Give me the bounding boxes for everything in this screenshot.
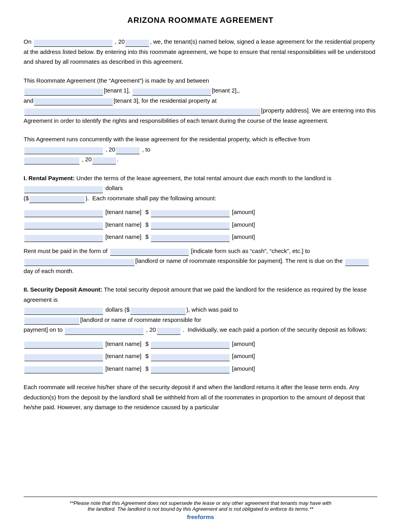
tenant1-label: [tenant 1], — [104, 87, 130, 94]
rental-payment-table: [tenant name] $ [amount] [tenant name] $… — [24, 207, 377, 242]
deposit-amount3-field[interactable] — [151, 366, 230, 373]
year-suffix-1: , 20 — [115, 38, 125, 45]
section1-heading: I. Rental Payment: — [24, 175, 75, 181]
deposit-payment-date-field[interactable] — [65, 328, 143, 335]
paragraph-3: This Agreement runs concurrently with th… — [24, 134, 377, 164]
para3-year1: , 20 — [105, 146, 115, 153]
section1-dollar-sign: ($ — [24, 195, 29, 201]
rental-amount1-label: [amount] — [232, 207, 255, 217]
tenant2-label: [tenant 2],, — [212, 87, 240, 94]
property-field[interactable] — [24, 109, 260, 116]
deposit-row-3-name: [tenant name] — [24, 364, 142, 374]
section2-year: , 20 — [146, 326, 156, 333]
rental-row-1-amount: $ [amount] — [145, 207, 255, 217]
date-field-1[interactable] — [34, 40, 112, 47]
rental-amount1-field[interactable] — [151, 210, 230, 217]
rental-row-2-amount: $ [amount] — [145, 220, 255, 230]
rental-tenant1-name-field[interactable] — [24, 210, 103, 217]
section2-landlord: [landlord or name of roommate responsibl… — [80, 316, 201, 323]
rental-row-1-name: [tenant name] — [24, 207, 142, 217]
document-title: ARIZONA ROOMMATE AGREEMENT — [24, 16, 377, 25]
rental-amount2-label: [amount] — [232, 220, 255, 230]
deposit-row-1-amount: $ [amount] — [145, 339, 255, 349]
para2-intro: This Roommate Agreement (the “Agreement”… — [24, 77, 209, 84]
payment-form-field[interactable] — [110, 249, 189, 256]
section1-text1: Under the terms of the lease agreement, … — [76, 175, 331, 181]
deposit-tenant1-label: [tenant name] — [105, 339, 142, 349]
due-day-field[interactable] — [345, 259, 369, 266]
rental-tenant1-label: [tenant name] — [105, 207, 142, 217]
rental-dollar-1: $ — [145, 207, 149, 217]
tenant3-field[interactable] — [34, 98, 113, 105]
rental-tenant3-label: [tenant name] — [105, 232, 142, 242]
deposit-tenant2-name-field[interactable] — [24, 354, 103, 361]
deposit-row-1-name: [tenant name] — [24, 339, 142, 349]
rental-tenant2-label: [tenant name] — [105, 220, 142, 230]
section1-text2: ). Each roommate shall pay the following… — [85, 195, 216, 201]
tenant1-field[interactable] — [24, 89, 103, 96]
section2-text2: ), which was paid to — [186, 306, 238, 313]
deposit-tenant3-name-field[interactable] — [24, 366, 103, 373]
section-security-deposit: II. Security Deposit Amount: The total s… — [24, 284, 377, 373]
security-deposit-table: [tenant name] $ [amount] [tenant name] $… — [24, 339, 377, 374]
footer-line1: **Please note that this Agreement does n… — [24, 500, 377, 506]
section-rental-payment: I. Rental Payment: Under the terms of th… — [24, 173, 377, 276]
table-row: [tenant name] $ [amount] — [24, 364, 377, 374]
deposit-dollar-3: $ — [145, 364, 149, 374]
deposit-row-3-amount: $ [amount] — [145, 364, 255, 374]
year3-field-1[interactable] — [116, 147, 140, 154]
landlord-name-field[interactable] — [24, 259, 134, 266]
deposit-tenant2-label: [tenant name] — [105, 351, 142, 361]
section1-dollars: dollars — [105, 185, 123, 191]
rental-row-3-amount: $ [amount] — [145, 232, 255, 242]
para3-period: . — [117, 156, 118, 163]
end-date-field[interactable] — [24, 157, 79, 164]
year3-field-2[interactable] — [92, 157, 116, 164]
section1-indicate: [indicate form such as “cash”, “check”, … — [191, 248, 310, 254]
rental-amount2-field[interactable] — [151, 222, 230, 229]
rental-amount3-label: [amount] — [232, 232, 255, 242]
table-row: [tenant name] $ [amount] — [24, 351, 377, 361]
deposit-row-2-amount: $ [amount] — [145, 351, 255, 361]
table-row: [tenant name] $ [amount] — [24, 220, 377, 230]
section2-dollars: dollars ($ — [105, 306, 130, 313]
deposit-amount1-label: [amount] — [232, 339, 255, 349]
deposit-row-2-name: [tenant name] — [24, 351, 142, 361]
deposit-amount1-field[interactable] — [151, 342, 230, 349]
brand-label: freeforms — [24, 514, 377, 520]
section2-text3: . Individually, we each paid a portion o… — [183, 326, 367, 333]
deposit-year-field[interactable] — [157, 328, 180, 335]
deposit-landlord-field[interactable] — [24, 318, 79, 325]
rental-row-2-name: [tenant name] — [24, 220, 142, 230]
and-label: and — [24, 97, 33, 104]
rental-dollar-3: $ — [145, 232, 149, 242]
table-row: [tenant name] $ [amount] — [24, 232, 377, 242]
deposit-amount2-field[interactable] — [151, 354, 230, 361]
tenant2-field[interactable] — [132, 89, 211, 96]
effective-date-field[interactable] — [24, 147, 103, 154]
rental-row-3-name: [tenant name] — [24, 232, 142, 242]
table-row: [tenant name] $ [amount] — [24, 207, 377, 217]
footer: **Please note that this Agreement does n… — [24, 497, 377, 520]
para3-year2: , 20 — [82, 156, 92, 163]
rental-dollar-2: $ — [145, 220, 149, 230]
rental-amount3-field[interactable] — [151, 235, 230, 242]
rental-amount-dollars-field[interactable] — [29, 196, 85, 203]
footer-line2: the landlord. The landlord is not bound … — [24, 506, 377, 512]
rental-amount-field[interactable] — [24, 186, 103, 193]
deposit-dollar-2: $ — [145, 351, 149, 361]
rental-tenant3-name-field[interactable] — [24, 235, 103, 242]
section2-heading: II. Security Deposit Amount: — [24, 286, 102, 293]
deposit-tenant1-name-field[interactable] — [24, 342, 103, 349]
deposit-dollar-1: $ — [145, 339, 149, 349]
on-label: On — [24, 38, 31, 45]
table-row: [tenant name] $ [amount] — [24, 339, 377, 349]
deposit-amount3-label: [amount] — [232, 364, 255, 374]
tenant3-label: [tenant 3], for the residential property… — [114, 97, 217, 104]
section1-text3: Rent must be paid in the form of — [24, 248, 107, 254]
deposit-amount-num-field[interactable] — [131, 308, 186, 315]
deposit-amount-words-field[interactable] — [24, 308, 103, 315]
rental-tenant2-name-field[interactable] — [24, 222, 103, 229]
year-field-1[interactable] — [125, 40, 149, 47]
deposit-amount2-label: [amount] — [232, 351, 255, 361]
